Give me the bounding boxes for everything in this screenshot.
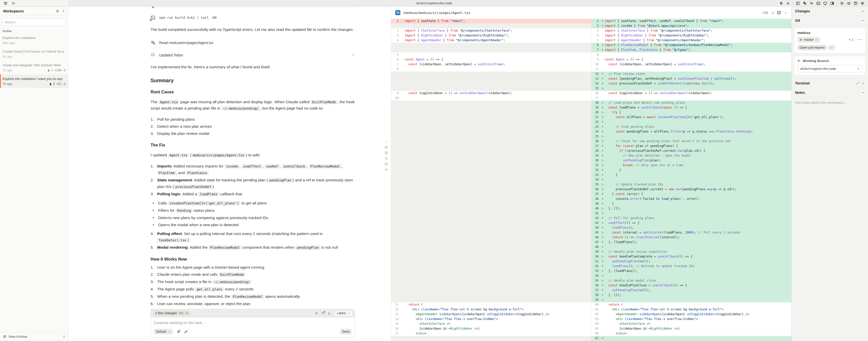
tool-call-row[interactable]: Read medusa/src/pages/Agent.tsx (151, 40, 355, 45)
working-branch-label: Working Branch (803, 59, 829, 63)
diff-line-filler (391, 230, 591, 235)
diff-line-filler (391, 283, 591, 288)
diff-line-filler (391, 134, 591, 139)
list-item: 4.The Agent page polls get_all_plans eve… (151, 286, 355, 292)
version-select[interactable]: Latest (335, 310, 352, 316)
inline-code: ExitPlanMode (311, 100, 337, 104)
diff-line-filler (391, 254, 591, 259)
diff-line-filler (391, 105, 591, 110)
branch-select[interactable]: master (797, 37, 820, 42)
panel-right-icon[interactable] (830, 1, 834, 5)
layers-icon[interactable] (56, 9, 59, 13)
view-archive-button[interactable]: View Archive 0 (0, 332, 68, 341)
message-input[interactable]: Continue working on this task... (154, 321, 352, 325)
spinner-icon[interactable] (328, 312, 331, 315)
list-item: 4.Polling effect: Set up a polling inter… (151, 230, 355, 243)
chevron-down-icon[interactable] (352, 53, 355, 57)
diff-line-context: 8 (391, 67, 591, 71)
diff-line-context: 9const Agent = () => { (591, 57, 792, 62)
copy-icon[interactable] (385, 146, 388, 149)
diff-line-added: 30+ setPendingPlan(plan); (591, 158, 792, 163)
tool-call-row[interactable]: npm run build 2>&1 | tail -80 (151, 15, 355, 20)
shapes-icon[interactable] (803, 1, 807, 5)
inline-code: TaskDetail.tsx (157, 238, 188, 242)
diff-line-filler (391, 293, 591, 298)
diff-view-toggle-icon[interactable] (777, 11, 781, 15)
heading: Root Cause (151, 90, 355, 94)
terminal-icon[interactable] (816, 1, 820, 5)
section-changes[interactable]: Changes (792, 7, 868, 16)
section-notes[interactable]: Notes (792, 88, 868, 97)
workspace-item[interactable]: Install and integrate Vibe Kanban Web7h … (0, 61, 68, 74)
collapse-diff-icon[interactable] (784, 11, 787, 14)
grip-icon[interactable] (385, 140, 388, 144)
notes-input[interactable]: Add notes about this workspace... (792, 97, 868, 108)
gear-icon[interactable] (860, 1, 864, 5)
diff-line-filler (391, 182, 591, 187)
diff-line-added: 35+ // Update tracked plan IDs (591, 182, 792, 187)
todos-icon[interactable] (321, 312, 325, 315)
open-pull-request-button[interactable]: Open pull request (797, 45, 827, 50)
git-compare-icon[interactable] (385, 168, 388, 171)
list-item: 2.State management: Added state for trac… (151, 177, 355, 190)
model-select[interactable]: Default (154, 329, 173, 334)
diff-line-filler (391, 225, 591, 230)
diff-line-context: 17 (591, 96, 792, 100)
diff-line-filler (391, 259, 591, 264)
pr-options-button[interactable] (828, 45, 835, 50)
working-branch-input[interactable]: vk/3ccf-explore-the-code (797, 65, 862, 72)
working-branch-card: Working Branch vk/3ccf-explore-the-code (794, 56, 865, 75)
diff-line-filler (391, 245, 591, 249)
panel-left-icon[interactable] (796, 1, 800, 5)
help-icon[interactable] (854, 1, 858, 5)
send-button[interactable]: Send (340, 329, 352, 334)
tool-call-label: Read medusa/src/pages/Agent.tsx (159, 41, 213, 45)
paperclip-icon[interactable] (176, 330, 180, 334)
diff-line-added: 40+ }, []); (591, 206, 792, 211)
workspace-item[interactable]: Explore the codebase35m ago (0, 33, 68, 47)
chevrons-up-icon[interactable] (786, 1, 790, 5)
monitor-icon[interactable] (823, 1, 827, 5)
diff-line-added: 19+ const loadPlans = useCallback(async … (591, 105, 792, 110)
ordered-list: 1.Poll for pending plans2.Detect when a … (151, 116, 355, 136)
spark-icon[interactable] (315, 312, 318, 315)
inline-code: ~/.medusa/pending/ (213, 280, 251, 284)
tool-call-row[interactable]: Updated Todos (151, 53, 355, 57)
diff-line-filler (391, 211, 591, 216)
more-actions-button[interactable]: ··· (857, 37, 862, 42)
search-input[interactable]: Search... (2, 18, 66, 26)
caret-right-icon (862, 10, 864, 13)
list-item: •Detects new plans by comparing against … (151, 215, 355, 221)
pause-icon[interactable] (779, 1, 783, 5)
section-git[interactable]: Git (792, 16, 868, 25)
monitor-icon[interactable] (385, 162, 388, 166)
diff-line-filler (391, 71, 591, 76)
inline-code: loadPlans (198, 192, 219, 196)
diff-file-header[interactable]: TS /medusa/medusa/src/pages/Agent.tsx +5… (391, 7, 791, 19)
pen-icon[interactable] (184, 330, 188, 334)
window-title: vk/3ccf-explore-the-code (0, 1, 868, 5)
diff-line-added: 27+ for (const plan of pendingPlans) { (591, 144, 792, 149)
caret-down-icon (862, 91, 864, 94)
add-workspace-button[interactable] (62, 9, 65, 13)
chevron-down-icon (815, 38, 818, 41)
diff-line-added: 46+ return () => clearInterval(interval)… (591, 235, 792, 240)
menu-icon[interactable] (840, 1, 844, 5)
workspace-item[interactable]: Explore the codebase I want you to exp7h… (0, 74, 68, 88)
files-changed-chip[interactable]: 2 files changed +61 -3 (153, 310, 190, 316)
collapse-sidebar-icon[interactable] (12, 1, 16, 5)
diff-line-added: 26+ // Check for new pending plans that … (591, 139, 792, 144)
megaphone-icon[interactable] (847, 1, 851, 5)
diff-line-removed: 1-import { useState } from "react"; (391, 19, 591, 24)
diff-line-context: 16 {sidebarOpen && <RightSidebar />} (391, 326, 591, 331)
diff-file-path: /medusa/medusa/src/pages/Agent.tsx (403, 11, 470, 15)
archive-icon[interactable] (4, 1, 8, 5)
diff-line-added: 37+ } catch (error) { (591, 192, 792, 196)
workspace-item[interactable]: Create Good First Issues on Github So p6… (0, 47, 68, 61)
play-icon[interactable] (385, 157, 388, 160)
expand-icon[interactable] (856, 82, 859, 85)
section-terminal[interactable]: Terminal (792, 79, 868, 88)
diff-line-added: 53+ }, [loadPlans]); (591, 269, 792, 274)
columns-icon[interactable] (385, 151, 388, 155)
git-compare-icon[interactable] (810, 1, 814, 5)
